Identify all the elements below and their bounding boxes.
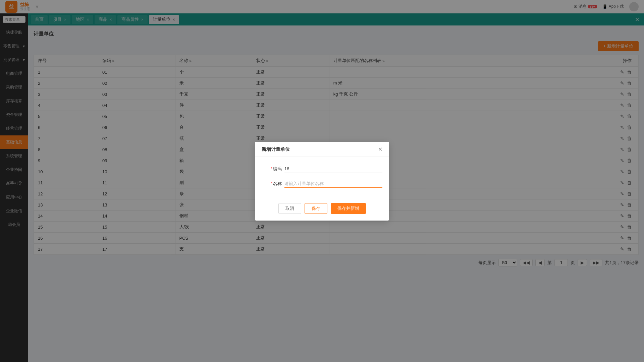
save-button[interactable]: 保存 [305,203,327,214]
modal-footer: 取消 保存 保存并新增 [255,200,389,221]
modal-body: *编码 *名称 [255,157,389,200]
name-required-star: * [271,181,272,186]
modal-add-unit: 新增计量单位 ✕ *编码 *名称 取消 保存 保存并新增 [255,142,389,221]
code-label: *编码 [262,166,282,172]
form-row-name: *名称 [262,180,382,188]
save-and-new-button[interactable]: 保存并新增 [331,203,366,214]
code-required-star: * [271,166,272,171]
name-label: *名称 [262,181,282,187]
modal-title: 新增计量单位 [262,146,290,153]
name-input[interactable] [284,180,382,188]
modal-overlay[interactable]: 新增计量单位 ✕ *编码 *名称 取消 保存 保存并新增 [0,0,644,362]
cancel-button[interactable]: 取消 [278,203,301,214]
form-row-code: *编码 [262,165,382,173]
modal-close-button[interactable]: ✕ [378,147,382,152]
modal-header: 新增计量单位 ✕ [255,142,389,157]
code-input[interactable] [284,165,382,173]
